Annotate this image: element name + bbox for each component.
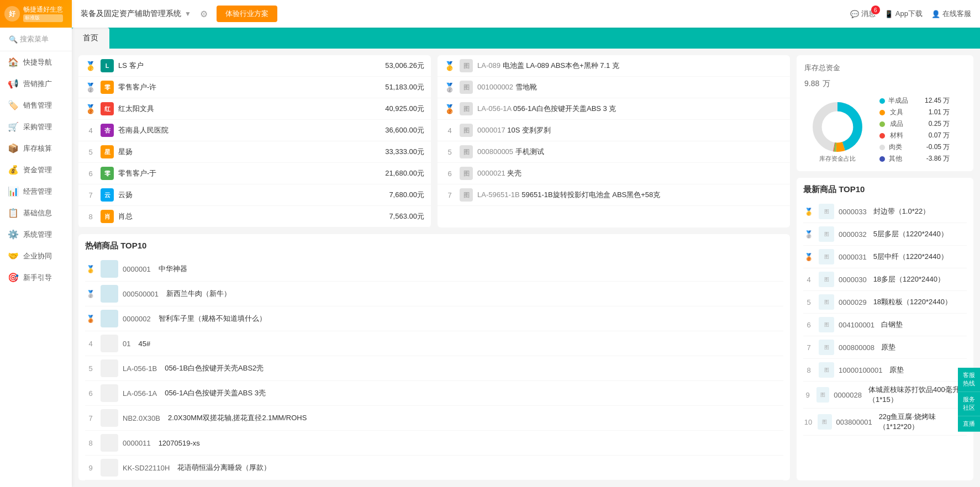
avatar: 杏: [101, 124, 114, 137]
product-thumbnail: [101, 285, 118, 303]
rank-number: 5: [85, 148, 96, 156]
product-thumbnail: 图: [819, 294, 834, 310]
legend-item: 半成品 12.45 万: [879, 96, 950, 105]
rank-number: 4: [85, 340, 96, 348]
sidebar-item-企业协同[interactable]: 🤝企业协同: [0, 245, 72, 267]
float-button-客服热线[interactable]: 客服热线: [958, 368, 980, 392]
nav-icon: 📊: [8, 186, 19, 197]
list-item: 🥇 图 0000033 封边带（1.0*22）: [803, 200, 967, 223]
hot-products-list: 🥇 0000001 中华神器🥈 000500001 新西兰牛肉（新牛）🥉 000…: [85, 257, 783, 480]
customer-name: 零售客户-许: [118, 82, 381, 92]
product-thumbnail: 图: [816, 387, 829, 403]
product-name: 原垫: [881, 342, 895, 352]
nav-label: 企业协同: [23, 251, 52, 261]
sidebar-item-采购管理[interactable]: 🛒采购管理: [0, 116, 72, 137]
sidebar-item-系统管理[interactable]: ⚙️系统管理: [0, 224, 72, 245]
gear-icon[interactable]: ⚙: [198, 7, 210, 22]
list-item: 🥈 图 0000032 5层多层（1220*2440）: [803, 223, 967, 246]
inventory-title: 库存总资金: [804, 63, 966, 73]
product-code: 0000028: [834, 391, 862, 399]
service-icon: 👤: [931, 10, 940, 18]
product-code: 0000011: [123, 439, 151, 447]
rank-number: 8: [85, 213, 96, 221]
legend-color: [879, 156, 885, 162]
customer-value: 40,925.00元: [385, 104, 424, 114]
product-thumb: 图: [460, 145, 473, 158]
legend-item: 成品 0.25 万: [879, 119, 950, 129]
list-item: 7 图 000800008 原垫: [803, 336, 967, 359]
float-button-服务社区[interactable]: 服务社区: [958, 392, 980, 416]
nav-label: 系统管理: [23, 230, 52, 240]
customer-ranking-card: 🥇 L LS 客户 53,006.26元🥈 零 零售客户-许 51,183.00…: [78, 55, 431, 227]
sidebar-item-经营管理[interactable]: 📊经营管理: [0, 181, 72, 202]
nav-icon: 📢: [8, 78, 19, 89]
sidebar-item-营销推广[interactable]: 📢营销推广: [0, 73, 72, 94]
list-item: 4 01 45#: [85, 331, 783, 356]
system-name[interactable]: 装备及固定资产辅助管理系统 ▼: [81, 9, 191, 19]
rank-number: 4: [803, 276, 814, 284]
rank-number: 9: [803, 391, 812, 399]
legend-color: [879, 121, 885, 127]
list-item: 🥇 0000001 中华神器: [85, 257, 783, 282]
nav-label: 新手引导: [23, 273, 52, 283]
avatar: 星: [101, 145, 114, 158]
online-service-button[interactable]: 👤 在线客服: [931, 9, 971, 19]
table-row: 🥉 红 红太阳文具 40,925.00元: [78, 98, 431, 120]
list-item: 5 图 0000029 18颗粒板（1220*2440）: [803, 291, 967, 314]
product-code: NB2.0X30B: [123, 414, 160, 422]
new-products-card: 最新商品 TOP10 🥇 图 0000033 封边带（1.0*22）🥈 图 00…: [797, 178, 973, 480]
legend-item: 文具 1.01 万: [879, 108, 950, 117]
product-info: 0000017 10S 变刹罗刹: [477, 125, 783, 135]
float-button-直播[interactable]: 直播: [958, 416, 980, 432]
search-icon: 🔍: [9, 35, 18, 44]
product-name: 封边带（1.0*22）: [873, 207, 930, 216]
medal-icon: 🥇: [803, 208, 814, 216]
sidebar-item-新手引导[interactable]: 🎯新手引导: [0, 267, 72, 288]
customer-name: 云扬: [118, 190, 384, 200]
trial-button[interactable]: 体验行业方案: [217, 6, 277, 22]
sidebar-item-库存核算[interactable]: 📦库存核算: [0, 137, 72, 159]
sidebar-item-资金管理[interactable]: 💰资金管理: [0, 159, 72, 181]
legend-color: [879, 133, 885, 139]
rank-number: 7: [85, 414, 96, 422]
avatar: L: [101, 59, 114, 72]
legend-value: 0.25 万: [929, 119, 950, 129]
medal-icon: 🥇: [85, 265, 96, 273]
rank-number: 6: [85, 389, 96, 398]
mobile-icon: 📱: [884, 10, 893, 18]
product-name: 45#: [138, 340, 150, 348]
sidebar-nav: 🏠快捷导航📢营销推广🏷️销售管理🛒采购管理📦库存核算💰资金管理📊经营管理📋基础信…: [0, 51, 72, 288]
medal-icon: 🥈: [85, 290, 96, 298]
ranking-section: 🥇 L LS 客户 53,006.26元🥈 零 零售客户-许 51,183.00…: [78, 55, 790, 227]
product-name: 2.0X30MM双搓花轴,搓花直径2.1MM/ROHS: [168, 413, 307, 423]
table-row: 🥈 零 零售客户-许 51,183.00元: [78, 77, 431, 98]
avatar: 肖: [101, 210, 114, 223]
legend-value: -3.86 万: [926, 154, 950, 163]
list-item: 9 图 0000028 体城蔗枝味苏打饮品400毫升（1*15）: [803, 382, 967, 409]
medal-icon: 🥉: [444, 104, 455, 114]
sidebar-item-销售管理[interactable]: 🏷️销售管理: [0, 94, 72, 116]
rank-number: 6: [85, 170, 96, 178]
nav-icon: 💰: [8, 165, 19, 175]
product-name: 056-1A白色按键开关盖ABS 3壳: [165, 388, 266, 398]
app-download-button[interactable]: 📱 App下载: [884, 9, 923, 19]
legend-color: [879, 145, 885, 150]
product-thumbnail: [101, 409, 118, 427]
list-item: 6 LA-056-1A 056-1A白色按键开关盖ABS 3壳: [85, 381, 783, 406]
message-button[interactable]: 💬 消息 6: [850, 9, 876, 19]
medal-icon: 🥈: [803, 230, 814, 239]
product-thumb: 图: [460, 81, 473, 94]
sidebar-item-快捷导航[interactable]: 🏠快捷导航: [0, 51, 72, 73]
sidebar-item-基础信息[interactable]: 📋基础信息: [0, 202, 72, 224]
nav-label: 基础信息: [23, 208, 52, 218]
legend-item: 肉类 -0.05 万: [879, 142, 950, 152]
nav-label: 库存核算: [23, 144, 52, 153]
product-info: 000800005 手机测试: [477, 147, 783, 157]
customer-value: 7,680.00元: [389, 190, 424, 200]
tab-home[interactable]: 首页: [72, 28, 109, 49]
product-name: 18多层（1220*2440）: [873, 274, 945, 284]
product-info: LA-59651-1B 59651-1B旋转投影灯电池盒 ABS黑色+58克: [477, 190, 783, 200]
product-info: LA-056-1A 056-1A白色按键开关盖ABS 3 克: [477, 104, 783, 114]
sidebar-search[interactable]: 🔍 搜索菜单: [0, 28, 72, 51]
product-thumbnail: [101, 335, 118, 352]
